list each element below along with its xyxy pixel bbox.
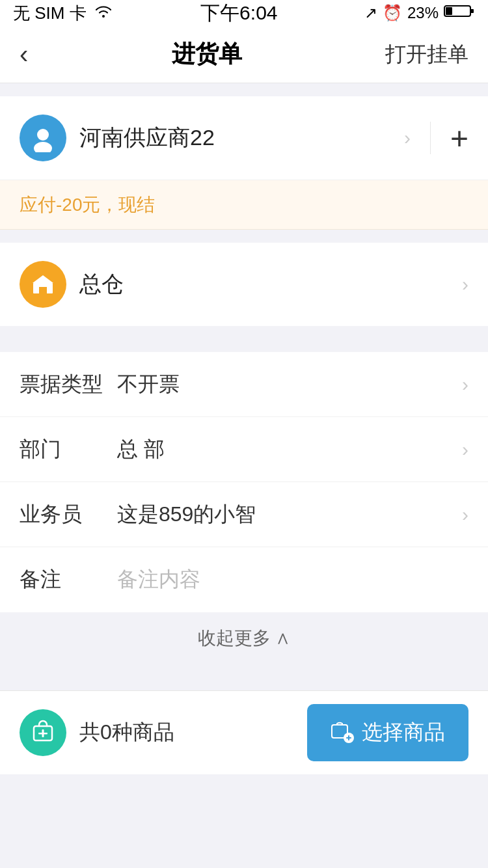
warehouse-name: 总仓 [79,269,462,299]
page-footer [0,774,488,868]
section-gap-3 [0,326,488,339]
section-gap-2 [0,230,488,243]
department-label: 部门 [20,435,111,464]
notice-text: 应付-20元，现结 [20,195,155,215]
alarm-icon: ⏰ [383,4,402,22]
ticket-type-label: 票据类型 [20,370,111,399]
notice-banner: 应付-20元，现结 [0,180,488,230]
status-right: ↗ ⏰ 23% [364,3,475,23]
svg-point-3 [37,129,49,141]
ticket-type-value: 不开票 [111,370,462,399]
warehouse-icon [20,261,66,308]
remark-input[interactable]: 备注内容 [111,565,468,594]
department-chevron: › [462,439,468,461]
status-left: 无 SIM 卡 [13,2,114,25]
svg-point-4 [34,142,52,152]
battery-icon [444,3,475,23]
form-row-salesperson[interactable]: 业务员 这是859的小智 › [0,482,488,547]
svg-marker-6 [33,275,53,283]
product-icon [20,709,66,756]
svg-rect-7 [39,287,47,293]
status-bar: 无 SIM 卡 下午6:04 ↗ ⏰ 23% [0,0,488,26]
supplier-row[interactable]: 河南供应商22 › + [0,96,488,180]
ticket-type-chevron: › [462,373,468,396]
department-value: 总 部 [111,435,462,464]
form-row-ticket-type[interactable]: 票据类型 不开票 › [0,352,488,417]
form-row-department[interactable]: 部门 总 部 › [0,417,488,482]
collapse-button[interactable]: 收起更多 ∧ [0,612,488,664]
form-section: 票据类型 不开票 › 部门 总 部 › 业务员 这是859的小智 › 备注 备注… [0,352,488,612]
supplier-avatar [20,115,66,161]
page-title: 进货单 [172,38,242,70]
product-count-text: 共0种商品 [79,718,174,747]
section-gap-4 [0,664,488,677]
add-supplier-button[interactable]: + [450,120,468,156]
form-row-remark[interactable]: 备注 备注内容 [0,547,488,612]
open-pending-button[interactable]: 打开挂单 [385,40,468,69]
sim-label: 无 SIM 卡 [13,2,87,25]
select-btn-label: 选择商品 [362,718,445,747]
section-gap-1 [0,83,488,96]
back-button[interactable]: ‹ [20,40,28,69]
location-icon: ↗ [364,4,377,22]
salesperson-label: 业务员 [20,500,111,529]
svg-rect-1 [470,9,474,13]
warehouse-section: 总仓 › [0,243,488,326]
battery-percent: 23% [407,4,439,22]
supplier-chevron-icon: › [404,127,411,149]
nav-bar: ‹ 进货单 打开挂单 [0,26,488,83]
remark-label: 备注 [20,565,111,594]
supplier-row-right: › + [404,120,468,156]
svg-rect-14 [348,735,349,740]
vertical-divider [430,122,431,154]
supplier-section: 河南供应商22 › + 应付-20元，现结 [0,96,488,230]
warehouse-chevron-icon: › [462,273,468,295]
select-product-icon [331,721,354,744]
svg-rect-10 [42,729,44,737]
status-time: 下午6:04 [200,0,277,27]
product-count-wrap: 共0种商品 [20,709,174,756]
warehouse-row[interactable]: 总仓 › [0,243,488,326]
salesperson-value: 这是859的小智 [111,500,462,529]
salesperson-chevron: › [462,504,468,526]
svg-rect-2 [446,7,452,15]
supplier-name: 河南供应商22 [79,123,404,153]
bottom-bar: 共0种商品 选择商品 [0,690,488,774]
collapse-label: 收起更多 ∧ [198,626,291,651]
wifi-icon [93,3,114,23]
select-product-button[interactable]: 选择商品 [307,704,468,761]
